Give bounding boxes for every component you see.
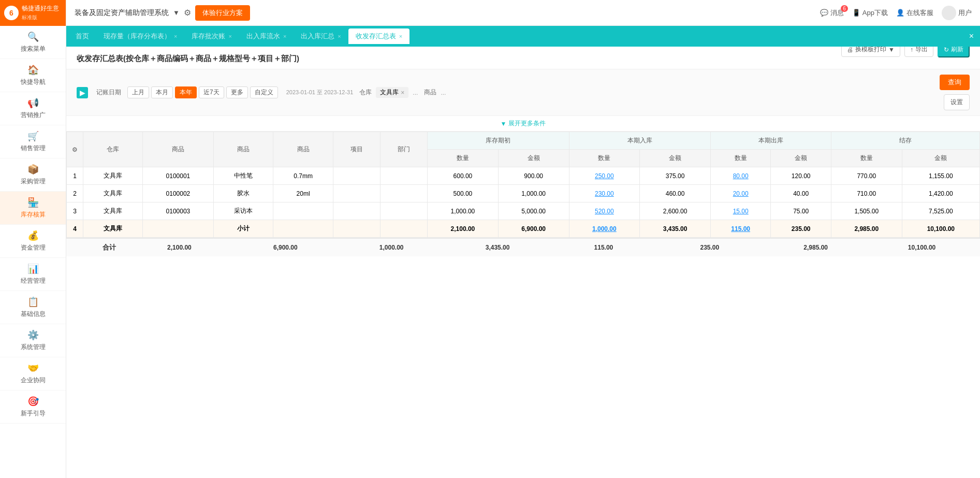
tab-inout-flow[interactable]: 出入库流水 ×	[239, 28, 294, 44]
search-icon: 🔍	[27, 31, 39, 42]
app-download-btn[interactable]: 📱 App下载	[852, 8, 888, 18]
th-out-qty: 数量	[710, 150, 771, 167]
table-row: 1 文具库 0100001 中性笔 0.7mm 600.00 900.00 25…	[67, 167, 980, 185]
refresh-btn[interactable]: ↻ 刷新	[938, 47, 970, 57]
tab-recv-send-summary[interactable]: 收发存汇总表 ×	[348, 28, 409, 44]
footer-open-qty: 2,100.00	[126, 244, 232, 251]
sidebar-item-label: 基础信息	[21, 310, 46, 318]
tab-inventory-dist[interactable]: 现存量（库存分布表） ×	[96, 28, 184, 44]
tab-batch-ledger-label: 库存批次账	[192, 32, 225, 41]
goods-more[interactable]: ...	[441, 89, 446, 96]
app-download-label: App下载	[862, 8, 888, 18]
logo-text: 畅捷通好生意	[22, 5, 59, 13]
sidebar-item-search[interactable]: 🔍搜索菜单	[0, 26, 66, 59]
th-settings[interactable]: ⚙	[67, 132, 83, 167]
tab-inout-summary-close[interactable]: ×	[338, 33, 341, 39]
cell-out-qty[interactable]: 115.00	[710, 220, 771, 238]
tabbar-close-all-btn[interactable]: ×	[965, 30, 978, 43]
footer-in-qty: 1,000.00	[339, 244, 445, 251]
date-btn-this-year[interactable]: 本年	[175, 86, 197, 98]
sidebar-item-operations[interactable]: 📊经营管理	[0, 258, 66, 291]
cell-open-qty: 600.00	[428, 167, 499, 185]
footer-out-qty: 115.00	[551, 244, 657, 251]
sidebar-item-marketing[interactable]: 📢营销推广	[0, 92, 66, 125]
cell-open-qty: 1,000.00	[428, 202, 499, 220]
date-btn-custom[interactable]: 自定义	[250, 86, 278, 98]
sidebar-item-basic-info[interactable]: 📋基础信息	[0, 291, 66, 324]
subtotal-row: 4 文具库 小计 2,100.00 6,900.00 1,000.00 3,43…	[67, 220, 980, 238]
export-label: 导出	[915, 47, 928, 54]
cell-project	[333, 220, 381, 238]
cell-project	[333, 202, 381, 220]
message-btn[interactable]: 💬 消息 6	[820, 8, 844, 18]
dropdown-arrow-icon: ▼	[173, 9, 180, 17]
cell-out-qty[interactable]: 15.00	[710, 202, 771, 220]
cell-open-amt: 1,000.00	[498, 185, 569, 202]
experience-btn[interactable]: 体验行业方案	[195, 5, 250, 21]
th-out: 本期出库	[710, 132, 831, 150]
sidebar-item-quick-nav[interactable]: 🏠快捷导航	[0, 59, 66, 92]
warehouse-filter: 仓库 文具库 × ...	[359, 87, 418, 98]
cell-goods-spec: 0.7mm	[273, 167, 333, 185]
cell-warehouse: 文具库	[83, 185, 143, 202]
sidebar-item-inventory[interactable]: 🏪库存核算	[0, 192, 66, 225]
cell-in-qty[interactable]: 230.00	[569, 185, 640, 202]
cell-out-qty[interactable]: 80.00	[710, 167, 771, 185]
th-goods-spec: 商品	[273, 132, 333, 167]
sidebar-item-sales[interactable]: 🛒销售管理	[0, 125, 66, 158]
warehouse-tag-close[interactable]: ×	[401, 89, 404, 96]
expand-conditions-btn[interactable]: ▼ 展开更多条件	[501, 119, 546, 128]
tab-batch-ledger[interactable]: 库存批次账 ×	[184, 28, 239, 44]
footer-values: 2,100.00 6,900.00 1,000.00 3,435.00 115.…	[126, 244, 975, 251]
tab-inout-flow-close[interactable]: ×	[283, 33, 286, 39]
settings-btn[interactable]: 设置	[944, 94, 970, 110]
system-dropdown[interactable]: ▼	[173, 9, 180, 17]
date-btn-7days[interactable]: 近7天	[199, 86, 224, 98]
settings-icon[interactable]: ⚙	[184, 8, 191, 18]
sidebar-item-label: 采购管理	[21, 177, 46, 186]
th-out-amt: 金额	[771, 150, 831, 167]
cell-bal-amt: 1,420.00	[902, 185, 979, 202]
cell-bal-amt: 10,100.00	[902, 220, 979, 238]
cell-in-qty[interactable]: 1,000.00	[569, 220, 640, 238]
warehouse-more[interactable]: ...	[413, 89, 418, 96]
cell-goods-spec: 20ml	[273, 185, 333, 202]
user-btn[interactable]: 用户	[942, 6, 972, 20]
table-row: 2 文具库 0100002 胶水 20ml 500.00 1,000.00 23…	[67, 185, 980, 202]
tab-recv-send-summary-close[interactable]: ×	[399, 33, 402, 39]
tab-home[interactable]: 首页	[68, 28, 96, 44]
tab-inventory-dist-close[interactable]: ×	[174, 33, 177, 39]
date-btn-more[interactable]: 更多	[226, 86, 248, 98]
date-btn-this-month[interactable]: 本月	[151, 86, 173, 98]
sidebar-item-label: 新手引导	[21, 409, 46, 418]
cell-in-qty[interactable]: 250.00	[569, 167, 640, 185]
cell-out-amt: 75.00	[771, 202, 831, 220]
newbie-icon: 🎯	[27, 396, 39, 407]
filter-expand-btn[interactable]: ▶	[77, 87, 88, 98]
sidebar-item-enterprise[interactable]: 🤝企业协同	[0, 357, 66, 390]
cell-warehouse: 文具库	[83, 220, 143, 238]
th-in: 本期入库	[569, 132, 710, 150]
sidebar-item-finance[interactable]: 💰资金管理	[0, 225, 66, 258]
sidebar-item-system[interactable]: ⚙️系统管理	[0, 324, 66, 357]
tabbar: 首页 现存量（库存分布表） × 库存批次账 × 出入库流水 × 出入库汇总 × …	[66, 26, 980, 47]
print-btn[interactable]: 🖨 换模板打印 ▼	[841, 47, 900, 57]
cell-bal-qty: 1,505.00	[831, 202, 902, 220]
sidebar-item-label: 库存核算	[21, 210, 46, 219]
online-service-btn[interactable]: 👤 在线客服	[896, 8, 933, 18]
service-icon: 👤	[896, 9, 904, 17]
tab-home-label: 首页	[76, 32, 89, 41]
query-btn[interactable]: 查询	[940, 75, 970, 90]
tab-inout-flow-label: 出入库流水	[246, 32, 280, 41]
export-btn[interactable]: ↑ 导出	[904, 47, 933, 57]
system-icon: ⚙️	[27, 329, 39, 341]
sidebar-item-newbie[interactable]: 🎯新手引导	[0, 390, 66, 424]
cell-in-qty[interactable]: 520.00	[569, 202, 640, 220]
cell-out-qty[interactable]: 20.00	[710, 185, 771, 202]
goods-filter-label: 商品	[424, 88, 436, 97]
sidebar-item-purchase[interactable]: 📦采购管理	[0, 158, 66, 192]
tab-inout-summary[interactable]: 出入库汇总 ×	[294, 28, 348, 44]
tab-batch-ledger-close[interactable]: ×	[228, 33, 231, 39]
sidebar-nav: 🔍搜索菜单🏠快捷导航📢营销推广🛒销售管理📦采购管理🏪库存核算💰资金管理📊经营管理…	[0, 26, 66, 478]
date-btn-last-month[interactable]: 上月	[127, 86, 149, 98]
